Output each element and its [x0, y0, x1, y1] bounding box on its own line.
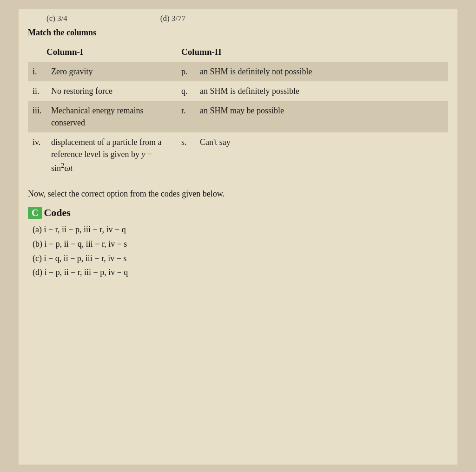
col1-text: Mechanical energy remains conserved	[46, 101, 177, 132]
col2-header: Column-II	[177, 44, 448, 62]
col2-letter: q.	[177, 81, 195, 101]
option-item[interactable]: (a) i − r, ii − p, iii − r, iv − q	[33, 223, 448, 237]
col2-text: an SHM may be possible	[195, 101, 448, 132]
col2-letter: p.	[177, 62, 195, 81]
col1-header: Column-I	[28, 44, 177, 62]
match-table: Column-I Column-II i.Zero gravityp.an SH…	[28, 44, 448, 178]
row-num: ii.	[28, 81, 46, 101]
row-num: iii.	[28, 101, 46, 132]
prev-c: (c) 3/4	[46, 14, 67, 23]
table-row: i.Zero gravityp.an SHM is definitely not…	[28, 62, 448, 81]
options-list: (a) i − r, ii − p, iii − r, iv − q(b) i …	[28, 223, 448, 279]
col2-text: an SHM is definitely not possible	[195, 62, 448, 81]
col2-letter: s.	[177, 132, 195, 177]
col1-text: No restoring force	[46, 81, 177, 101]
row-num: i.	[28, 62, 46, 81]
table-row: ii.No restoring forceq.an SHM is definit…	[28, 81, 448, 101]
col2-letter: r.	[177, 101, 195, 132]
codes-heading: CCodes	[28, 207, 448, 219]
prev-answers: (c) 3/4 (d) 3/77	[28, 14, 448, 23]
col2-text: Can't say	[195, 132, 448, 177]
option-item[interactable]: (c) i − q, ii − p, iii − r, iv − s	[33, 251, 448, 266]
instruction: Now, select the correct option from the …	[28, 187, 448, 201]
option-item[interactable]: (d) i − p, ii − r, iii − p, iv − q	[33, 265, 448, 280]
row-num: iv.	[28, 132, 46, 177]
table-row: iv.displacement of a particle from a ref…	[28, 132, 448, 177]
col1-text: displacement of a particle from a refere…	[46, 132, 177, 177]
option-item[interactable]: (b) i − p, ii − q, iii − r, iv − s	[33, 237, 448, 251]
prev-d: (d) 3/77	[160, 14, 185, 23]
col1-text: Zero gravity	[46, 62, 177, 81]
section-title: Match the columns	[28, 28, 448, 38]
col2-text: an SHM is definitely possible	[195, 81, 448, 101]
table-row: iii.Mechanical energy remains conservedr…	[28, 101, 448, 132]
